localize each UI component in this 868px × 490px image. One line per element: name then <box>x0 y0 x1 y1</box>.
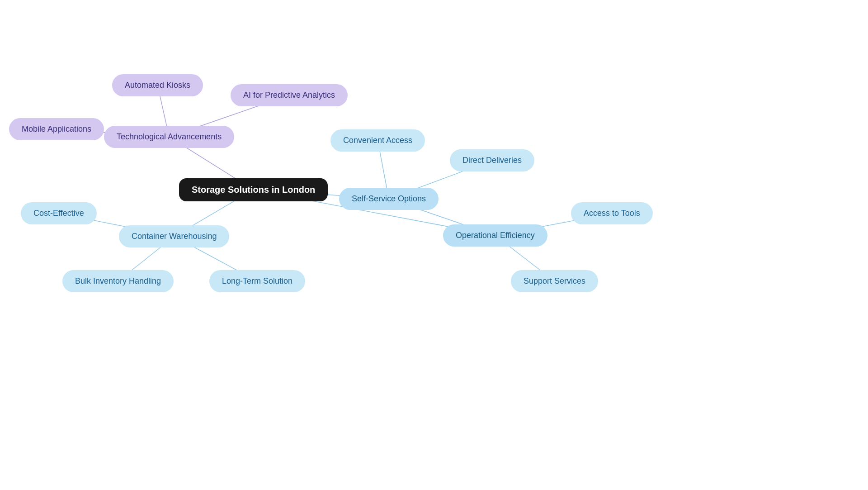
container-warehousing-label: Container Warehousing <box>132 232 217 241</box>
tech-advancements-node: Technological Advancements <box>104 126 234 148</box>
convenient-access-node: Convenient Access <box>330 129 425 152</box>
operational-efficiency-label: Operational Efficiency <box>456 231 535 240</box>
direct-deliveries-node: Direct Deliveries <box>450 149 534 171</box>
support-services-label: Support Services <box>524 276 585 286</box>
self-service-node: Self-Service Options <box>339 188 439 210</box>
ai-predictive-node: AI for Predictive Analytics <box>231 84 348 106</box>
access-to-tools-label: Access to Tools <box>584 209 640 218</box>
automated-kiosks-node: Automated Kiosks <box>112 74 203 96</box>
bulk-inventory-label: Bulk Inventory Handling <box>75 276 161 286</box>
convenient-access-label: Convenient Access <box>343 136 412 145</box>
mobile-apps-label: Mobile Applications <box>22 124 91 134</box>
mobile-apps-node: Mobile Applications <box>9 118 104 140</box>
container-warehousing-node: Container Warehousing <box>119 225 229 247</box>
cost-effective-label: Cost-Effective <box>33 209 84 218</box>
operational-efficiency-node: Operational Efficiency <box>443 224 547 247</box>
ai-predictive-label: AI for Predictive Analytics <box>243 90 335 100</box>
self-service-label: Self-Service Options <box>352 194 426 204</box>
support-services-node: Support Services <box>511 270 598 292</box>
long-term-label: Long-Term Solution <box>222 276 292 286</box>
access-to-tools-node: Access to Tools <box>571 202 653 224</box>
long-term-node: Long-Term Solution <box>209 270 305 292</box>
automated-kiosks-label: Automated Kiosks <box>125 81 190 90</box>
bulk-inventory-node: Bulk Inventory Handling <box>62 270 174 292</box>
direct-deliveries-label: Direct Deliveries <box>462 156 522 165</box>
tech-advancements-label: Technological Advancements <box>117 132 222 142</box>
cost-effective-node: Cost-Effective <box>21 202 97 224</box>
center-node: Storage Solutions in London <box>179 178 328 201</box>
center-label: Storage Solutions in London <box>192 185 315 195</box>
